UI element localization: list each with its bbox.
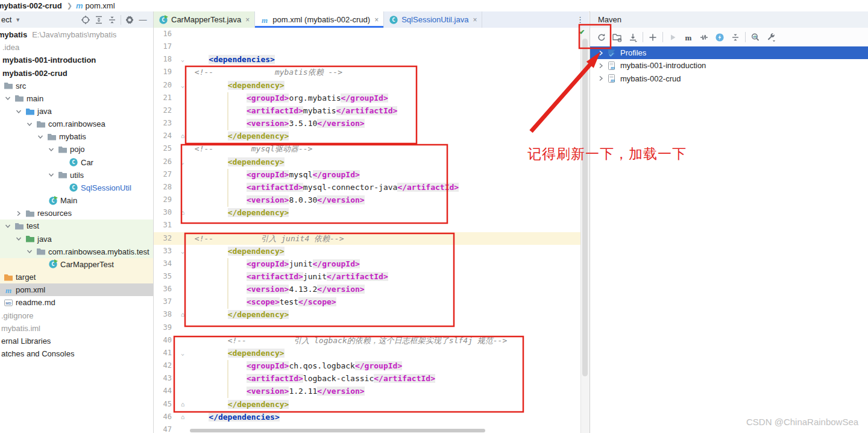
editor-horizontal-scrollbar[interactable] [190,429,485,432]
maven-item-mybatis-001-introduction[interactable]: mmybatis-001-introduction [590,59,868,72]
project-panel-title[interactable]: ect [1,15,11,24]
editor-line-27[interactable]: 27 <groupId>mysql</groupId> [154,168,580,181]
editor-line-41[interactable]: 41⌄ <dependency> [154,347,580,359]
fold-open-icon[interactable]: ⌄ [175,53,190,66]
editor-line-16[interactable]: 16 [154,28,580,40]
fold-end-icon[interactable]: ⌂ [175,206,190,219]
execute-maven-goal-icon[interactable]: m [681,31,696,44]
editor-line-22[interactable]: 22 <artifactId>mybatis</artifactId> [154,104,580,117]
expand-all-icon[interactable] [92,14,105,26]
tree-item-mybatis-002-crud[interactable]: mybatis-002-crud [0,66,153,79]
chevron-down-icon[interactable] [25,118,34,130]
inspections-ok-icon[interactable]: ✔ [579,28,585,36]
tab-options-icon[interactable]: ⋮ [576,11,589,28]
tree-item-utils[interactable]: utils [0,169,153,182]
tree-item-java[interactable]: java [0,105,153,118]
chevron-down-icon[interactable] [14,105,24,118]
tree-item-mybatis-iml[interactable]: mybatis.iml [0,322,153,335]
tree-item-ernal-libraries[interactable]: ernal Libraries [0,335,153,347]
editor-line-26[interactable]: 26⌄ <dependency> [154,156,580,168]
tree-item-carmappertest[interactable]: CCarMapperTest [0,258,153,271]
tree-item-src[interactable]: src [0,80,153,92]
add-maven-project-icon[interactable] [645,31,661,44]
editor-line-24[interactable]: 24⌂ </dependency> [154,130,580,142]
tree-item-mybatis-001-introduction[interactable]: mybatis-001-introduction [0,54,153,66]
editor-line-44[interactable]: 44 <version>1.2.11</version> [154,385,580,397]
tree-item-main[interactable]: CMain [0,194,153,207]
tree-item-resources[interactable]: resources [0,207,153,220]
chevron-down-icon[interactable] [3,92,13,105]
fold-open-icon[interactable]: ⌄ [175,79,190,92]
maven-item-profiles[interactable]: Profiles [590,46,868,59]
editor-line-42[interactable]: 42 <groupId>ch.qos.logback</groupId> [154,359,580,372]
run-build-icon[interactable] [665,31,681,44]
chevron-down-icon[interactable] [46,143,56,156]
editor-vertical-scrollbar[interactable] [580,28,590,433]
fold-end-icon[interactable]: ⌂ [175,130,190,142]
chevron-down-icon[interactable] [3,220,13,232]
tab-sqlsessionutil-java[interactable]: CSqlSessionUtil.java× [384,11,482,28]
chevron-down-icon[interactable] [46,169,56,182]
fold-end-icon[interactable]: ⌂ [175,398,190,411]
tree-item-com-rainbowsea[interactable]: com.rainbowsea [0,118,153,130]
tree-item-java[interactable]: java [0,233,153,245]
hide-panel-icon[interactable]: — [136,14,149,26]
chevron-right-icon[interactable] [14,207,24,220]
close-icon[interactable]: × [374,16,379,24]
editor-line-37[interactable]: 37 <scope>test</scope> [154,296,580,308]
editor-line-29[interactable]: 29 <version>8.0.30</version> [154,194,580,206]
editor-line-35[interactable]: 35 <artifactId>junit</artifactId> [154,270,580,283]
tree-item-sqlsessionutil[interactable]: CSqlSessionUtil [0,182,153,194]
scrollbar-thumb[interactable] [582,39,588,376]
editor-line-45[interactable]: 45⌂ </dependency> [154,398,580,411]
editor-line-43[interactable]: 43 <artifactId>logback-classic</artifact… [154,372,580,385]
editor-line-36[interactable]: 36 <version>4.13.2</version> [154,283,580,296]
chevron-right-icon[interactable] [596,61,606,71]
tree-item-pom-xml[interactable]: mpom.xml [0,283,153,296]
editor-line-32[interactable]: 32 <!-- 引入 junit4 依赖--> [154,232,580,245]
editor-line-28[interactable]: 28 <artifactId>mysql-connector-java</art… [154,181,580,194]
editor-line-46[interactable]: 46⌂ </dependencies> [154,411,580,423]
toggle-offline-icon[interactable] [712,31,728,44]
fold-end-icon[interactable]: ⌂ [175,308,190,321]
tree-item-car[interactable]: CCar [0,156,153,169]
editor-line-25[interactable]: 25 <!-- mysql驱动器--> [154,142,580,155]
chevron-down-icon[interactable] [25,245,34,258]
tab-carmappertest-java[interactable]: CCarMapperTest.java× [154,11,255,28]
editor-line-40[interactable]: 40 <!-- 引入 logback的依赖，这个日志框架实现了slf4j 规范-… [154,334,580,347]
chevron-down-icon[interactable] [14,233,24,245]
chevron-down-icon[interactable] [36,130,45,143]
tree-item-target[interactable]: target [0,271,153,283]
editor[interactable]: 161718⌄ <dependencies>19 <!-- mybatis依赖 … [154,28,580,433]
maven-settings-icon[interactable] [763,31,779,44]
fold-open-icon[interactable]: ⌄ [175,156,190,168]
tree-item-mybatis[interactable]: mybatis [0,130,153,143]
editor-line-38[interactable]: 38⌂ </dependency> [154,308,580,321]
tree-item-main[interactable]: main [0,92,153,105]
collapse-all-icon[interactable] [105,14,119,26]
editor-line-19[interactable]: 19 <!-- mybatis依赖 --> [154,66,580,78]
editor-line-34[interactable]: 34 <groupId>junit</groupId> [154,258,580,270]
close-icon[interactable]: × [473,16,477,24]
locate-icon[interactable] [79,14,92,26]
collapse-all-icon[interactable] [728,31,743,44]
editor-line-20[interactable]: 20⌄ <dependency> [154,79,580,92]
breadcrumb-project[interactable]: mybatis-002-crud [0,1,62,10]
editor-line-17[interactable]: 17 [154,40,580,53]
editor-line-18[interactable]: 18⌄ <dependencies> [154,53,580,66]
fold-open-icon[interactable]: ⌄ [175,245,190,258]
tree-item-readme-md[interactable]: MDreadme.md [0,296,153,309]
fold-end-icon[interactable]: ⌂ [175,411,190,423]
editor-line-21[interactable]: 21 <groupId>org.mybatis</groupId> [154,92,580,104]
breadcrumb-file[interactable]: pom.xml [85,1,115,10]
editor-line-39[interactable]: 39 [154,321,580,334]
tree-item--gitignore[interactable]: .gitignore [0,309,153,321]
tree-item-pojo[interactable]: pojo [0,143,153,156]
editor-line-23[interactable]: 23 <version>3.5.10</version> [154,117,580,130]
chevron-right-icon[interactable] [596,48,606,58]
maven-item-mybatis-002-crud[interactable]: mmybatis-002-crud [590,72,868,85]
tree-item-com-rainbowsea-mybatis-test[interactable]: com.rainbowsea.mybatis.test [0,245,153,258]
tree-item-test[interactable]: test [0,220,153,232]
editor-line-33[interactable]: 33⌄ <dependency> [154,245,580,258]
tree-item-mybatis[interactable]: mybatisE:\Java\mybatis\mybatis [0,28,153,41]
